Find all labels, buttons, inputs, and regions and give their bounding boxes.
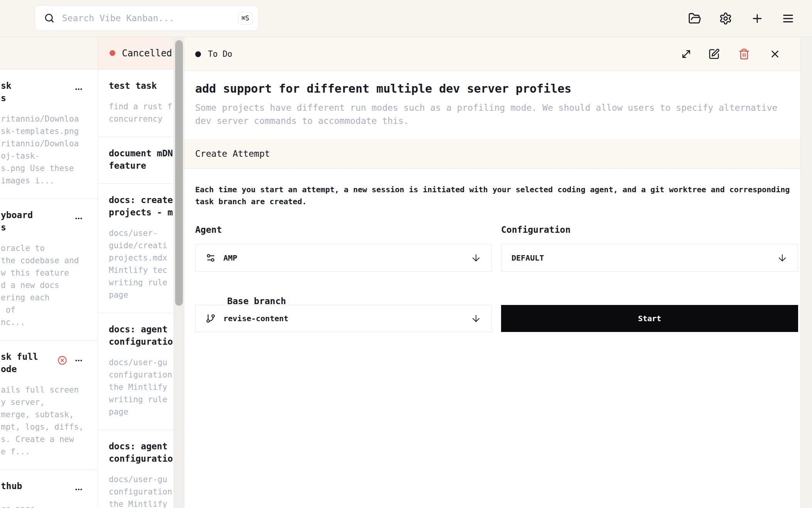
- task-card-title: test task: [109, 80, 157, 92]
- plus-icon: [751, 12, 764, 25]
- task-card-description: docs/user- guide/creati projects.mdx Min…: [109, 227, 174, 301]
- hamburger-menu-icon: [782, 12, 795, 25]
- git-branch-icon: [206, 313, 216, 323]
- task-card-title: yboard s: [1, 209, 33, 234]
- task-card[interactable]: thubcs page: [0, 470, 98, 508]
- app-header: Search Vibe Kanban... ⌘S: [0, 0, 812, 37]
- task-card[interactable]: docs: create projects - mdocs/user- guid…: [98, 184, 174, 313]
- agent-select[interactable]: AMP: [195, 244, 492, 272]
- task-card-description: ritannio/Downloa sk-templates.png ritann…: [1, 113, 84, 187]
- task-card-description: find a rust f concurrency: [109, 100, 174, 125]
- edit-icon: [708, 48, 720, 60]
- right-gutter: [800, 37, 812, 508]
- chevron-down-icon: [777, 252, 788, 263]
- base-branch-select[interactable]: revise-content: [195, 305, 492, 332]
- task-detail-panel: To Do add support for different multiple…: [184, 37, 800, 508]
- task-card[interactable]: document mDN feature: [98, 137, 174, 184]
- create-attempt-label: Create Attempt: [195, 149, 270, 159]
- task-card-title: document mDN feature: [109, 147, 173, 172]
- chevron-down-icon: [471, 313, 481, 324]
- task-card[interactable]: docs: agent configurationdocs/user-gu co…: [98, 430, 174, 508]
- open-project-button[interactable]: [688, 12, 701, 25]
- kanban-column-cancelled: Cancelled test taskfind a rust f concurr…: [98, 37, 174, 508]
- kanban-column-header: Cancelled: [98, 37, 174, 69]
- gear-icon: [719, 12, 732, 25]
- task-card-description: cs page: [1, 503, 84, 508]
- task-card[interactable]: docs: agent configurationdocs/user-gu co…: [98, 313, 174, 430]
- chevron-down-icon: [471, 252, 481, 263]
- task-description: Some projects have different run modes s…: [195, 101, 777, 127]
- card-menu-button[interactable]: [74, 84, 84, 94]
- cancelled-status-dot: [110, 50, 115, 56]
- task-card-title: docs: create projects - m: [109, 194, 173, 218]
- agent-label: Agent: [195, 225, 222, 235]
- task-card-title: docs: agent configuration: [109, 440, 174, 465]
- task-card[interactable]: sk full odeails full screen y server, me…: [0, 340, 98, 470]
- task-card[interactable]: test taskfind a rust f concurrency: [98, 69, 174, 137]
- configuration-label: Configuration: [501, 225, 571, 235]
- task-panel-header: To Do: [184, 37, 800, 71]
- kanban-column-header: [0, 37, 98, 69]
- task-card-description: docs/user-gu configuration the Mintlify …: [109, 473, 174, 508]
- start-attempt-button[interactable]: Start: [501, 305, 798, 332]
- column-title: Cancelled: [122, 48, 172, 59]
- search-placeholder: Search Vibe Kanban...: [62, 13, 231, 23]
- card-menu-button[interactable]: [74, 484, 84, 494]
- task-card-title: thub: [1, 480, 22, 492]
- task-card-title: sk s: [1, 80, 12, 104]
- base-branch-value: revise-content: [223, 314, 289, 323]
- todo-status-dot: [195, 51, 201, 57]
- expand-task-button[interactable]: [679, 47, 693, 61]
- trash-icon: [738, 48, 750, 60]
- configuration-select[interactable]: DEFAULT: [501, 244, 798, 272]
- create-attempt-section-header[interactable]: Create Attempt: [184, 139, 800, 169]
- settings-button[interactable]: [719, 12, 732, 25]
- task-status-label: To Do: [208, 49, 232, 59]
- card-menu-button[interactable]: [74, 213, 84, 224]
- task-title: add support for different multiple dev s…: [195, 82, 571, 95]
- search-shortcut-badge: ⌘S: [238, 12, 253, 25]
- task-card-description: oracle to the codebase and w this featur…: [1, 242, 84, 329]
- card-menu-button[interactable]: [74, 356, 84, 366]
- task-card-title: sk full ode: [1, 351, 38, 375]
- search-icon: [44, 12, 55, 24]
- search-input[interactable]: Search Vibe Kanban... ⌘S: [35, 5, 258, 31]
- agent-value: AMP: [223, 253, 237, 262]
- open-folder-icon: [688, 12, 701, 25]
- expand-icon: [680, 48, 692, 60]
- add-task-button[interactable]: [751, 12, 764, 25]
- edit-task-button[interactable]: [707, 47, 721, 61]
- task-card-description: ails full screen y server, merge, subtas…: [1, 384, 84, 458]
- agent-settings-icon: [206, 253, 216, 263]
- delete-task-button[interactable]: [737, 47, 751, 61]
- attempt-helper-text: Each time you start an attempt, a new se…: [195, 184, 790, 208]
- close-panel-button[interactable]: [768, 47, 782, 61]
- failed-status-icon: [57, 355, 68, 366]
- task-card[interactable]: sk sritannio/Downloa sk-templates.png ri…: [0, 69, 98, 199]
- task-card-description: docs/user-gu configuration the Mintlify …: [109, 356, 174, 418]
- board-scrollbar-thumb[interactable]: [175, 40, 183, 306]
- board-scrollbar-track[interactable]: [174, 37, 184, 508]
- menu-button[interactable]: [782, 12, 795, 25]
- task-card-title: docs: agent configuration: [109, 323, 174, 348]
- task-card[interactable]: yboard soracle to the codebase and w thi…: [0, 199, 98, 340]
- configuration-value: DEFAULT: [512, 253, 544, 262]
- kanban-column-left: sk sritannio/Downloa sk-templates.png ri…: [0, 37, 98, 508]
- close-icon: [769, 48, 781, 60]
- app-window: Search Vibe Kanban... ⌘S sk sritannio/Do…: [0, 0, 812, 508]
